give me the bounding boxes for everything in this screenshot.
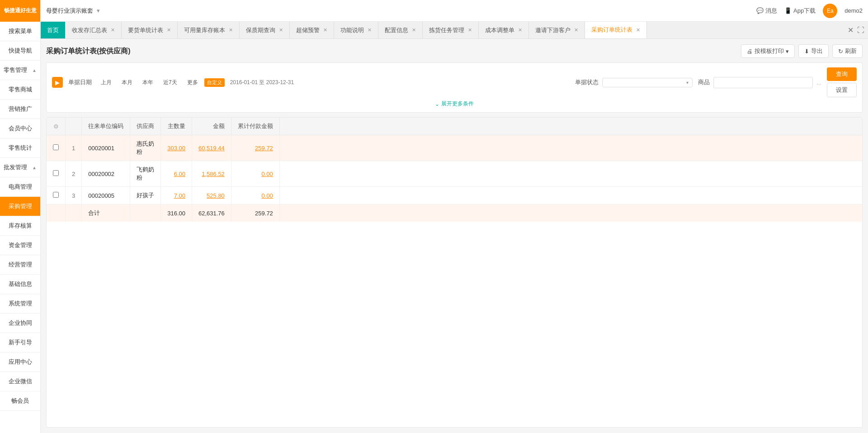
app-download-btn[interactable]: 📱 App下载: [784, 7, 816, 15]
date-btn-last-month[interactable]: 上月: [97, 78, 115, 87]
sidebar-item-batch[interactable]: 批发管理▲: [0, 158, 40, 177]
tab-label: 收发存汇总表: [72, 26, 107, 34]
cell-check[interactable]: [47, 161, 66, 187]
status-select[interactable]: ▾: [602, 78, 693, 87]
tab-close-icon[interactable]: ✕: [412, 27, 416, 33]
status-label: 单据状态: [575, 78, 599, 86]
row-checkbox[interactable]: [53, 192, 59, 198]
sidebar-item-ops[interactable]: 经营管理: [0, 255, 40, 275]
user-avatar[interactable]: Ea: [823, 4, 837, 18]
tab-home[interactable]: 首页: [41, 22, 66, 39]
tab-chengben[interactable]: 成本调整单✕: [479, 22, 529, 39]
footer-extra: [279, 205, 862, 222]
cell-amount[interactable]: 60,519.44: [192, 135, 231, 161]
row-checkbox[interactable]: [53, 144, 59, 150]
cell-qty[interactable]: 303.00: [161, 135, 192, 161]
sidebar-item-mktpromo[interactable]: 营销推广: [0, 100, 40, 119]
tab-close-icon[interactable]: ✕: [323, 27, 327, 33]
sidebar-item-search[interactable]: 搜索菜单: [0, 22, 40, 41]
print-icon: 🖨: [747, 48, 753, 55]
cell-paid[interactable]: 0.00: [231, 187, 279, 205]
tab-close-icon[interactable]: ✕: [468, 27, 472, 33]
filter-toggle-btn[interactable]: ▶: [52, 77, 63, 88]
tab-shoufayuhui[interactable]: 收发存汇总表✕: [66, 22, 122, 39]
sidebar-item-inventory[interactable]: 库存核算: [0, 216, 40, 236]
search-btn[interactable]: 查询: [827, 67, 857, 81]
sidebar-item-retshop[interactable]: 零售商城: [0, 80, 40, 100]
logo: 畅捷通好生意: [0, 0, 40, 22]
cell-num: 3: [66, 187, 82, 205]
tab-close-icon[interactable]: ✕: [518, 27, 522, 33]
date-btn-more[interactable]: 更多: [184, 78, 202, 87]
tab-close-icon[interactable]: ✕: [574, 27, 578, 33]
cell-amount[interactable]: 1,586.52: [192, 161, 231, 187]
tab-keyongliang[interactable]: 可用量库存账本✕: [178, 22, 240, 39]
date-btn-this-month[interactable]: 本月: [118, 78, 136, 87]
cell-paid[interactable]: 259.72: [231, 135, 279, 161]
cell-supplier: 好孩子: [130, 187, 161, 205]
template-print-btn[interactable]: 🖨 按模板打印 ▾: [741, 44, 795, 58]
table-row: 1 00020001 惠氏奶粉 303.00 60,519.44 259.72: [47, 135, 862, 161]
goods-input[interactable]: [713, 77, 813, 88]
tab-close-icon[interactable]: ✕: [368, 27, 372, 33]
close-tab-btn[interactable]: ✕: [848, 26, 854, 34]
maximize-tab-btn[interactable]: ⛶: [857, 26, 864, 34]
sidebar-item-label: 基础信息: [9, 280, 32, 288]
tab-yaohuo[interactable]: 要货单统计表✕: [122, 22, 178, 39]
sidebar-item-retail[interactable]: 零售管理▲: [0, 61, 40, 80]
sidebar-item-retsales[interactable]: 零售统计: [0, 138, 40, 158]
workspace-arrow-icon[interactable]: ▾: [97, 7, 100, 14]
tab-close-icon[interactable]: ✕: [167, 27, 171, 33]
sidebar-item-basic[interactable]: 基础信息: [0, 275, 40, 294]
sidebar-item-newguide[interactable]: 新手引导: [0, 333, 40, 352]
cell-qty[interactable]: 7.00: [161, 187, 192, 205]
tab-yaoqing[interactable]: 邀请下游客户✕: [529, 22, 585, 39]
sidebar-item-ecom[interactable]: 电商管理: [0, 177, 40, 197]
tab-close-icon[interactable]: ✕: [111, 27, 115, 33]
row-checkbox[interactable]: [53, 170, 59, 176]
message-btn[interactable]: 💬 消息: [756, 7, 777, 15]
tab-close-icon[interactable]: ✕: [229, 27, 233, 33]
refresh-icon: ↻: [838, 48, 843, 55]
date-custom-tag[interactable]: 自定义: [204, 78, 225, 87]
sidebar-item-quicknav[interactable]: 快捷导航: [0, 41, 40, 61]
cell-amount[interactable]: 525.80: [192, 187, 231, 205]
action-btn-col: 查询 设置: [827, 67, 857, 97]
sidebar-item-enterprise[interactable]: 企业协同: [0, 314, 40, 333]
sidebar-item-sysmanage[interactable]: 系统管理: [0, 294, 40, 314]
sidebar-item-finance[interactable]: 资金管理: [0, 236, 40, 255]
tab-caigou[interactable]: 采购订单统计表✕: [585, 22, 647, 39]
cell-check[interactable]: [47, 187, 66, 205]
tab-chaochu[interactable]: 超储预警✕: [290, 22, 334, 39]
page-title: 采购订单统计表(按供应商): [46, 47, 131, 56]
tab-label: 拣货任务管理: [429, 26, 464, 34]
sidebar-item-vip[interactable]: 畅会员: [0, 391, 40, 411]
tab-peizhi[interactable]: 配置信息✕: [378, 22, 423, 39]
tab-actions: ✕ ⛶: [848, 26, 868, 34]
expand-more-btn[interactable]: ⌄ 展开更多条件: [435, 100, 474, 108]
date-btn-7days[interactable]: 近7天: [160, 78, 181, 87]
cell-qty[interactable]: 6.00: [161, 161, 192, 187]
tab-close-icon[interactable]: ✕: [636, 27, 640, 33]
sidebar-item-purchase[interactable]: 采购管理: [0, 197, 40, 216]
cell-paid[interactable]: 0.00: [231, 161, 279, 187]
refresh-btn[interactable]: ↻ 刷新: [832, 44, 863, 58]
tab-tuohuo[interactable]: 拣货任务管理✕: [423, 22, 479, 39]
goods-ellipsis[interactable]: ...: [816, 79, 821, 86]
tab-label: 可用量库存账本: [184, 26, 225, 34]
tab-label: 采购订单统计表: [591, 26, 632, 34]
sidebar-item-member[interactable]: 会员中心: [0, 119, 40, 138]
gear-icon[interactable]: ⚙: [53, 123, 59, 130]
cell-check[interactable]: [47, 135, 66, 161]
tab-gongneng[interactable]: 功能说明✕: [334, 22, 378, 39]
tab-baozhi[interactable]: 保质期查询✕: [240, 22, 290, 39]
sidebar-item-label: 零售商城: [9, 86, 32, 94]
sidebar-item-appstore[interactable]: 应用中心: [0, 352, 40, 372]
cell-supplier: 飞鹤奶粉: [130, 161, 161, 187]
settings-btn[interactable]: 设置: [827, 83, 857, 97]
date-btn-this-year[interactable]: 本年: [139, 78, 157, 87]
sidebar-item-corpwechat[interactable]: 企业微信: [0, 372, 40, 391]
tab-close-icon[interactable]: ✕: [279, 27, 283, 33]
footer-label: 合计: [82, 205, 130, 222]
export-btn[interactable]: ⬇ 导出: [798, 44, 829, 58]
